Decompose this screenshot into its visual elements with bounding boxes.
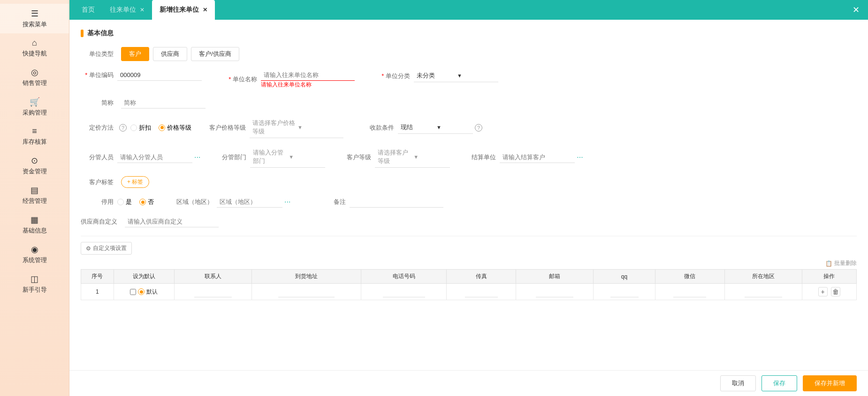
unit-type-btn-supplier[interactable]: 供应商: [153, 47, 187, 61]
col-default: 设为默认: [114, 270, 174, 284]
save-button[interactable]: 保存: [761, 375, 797, 391]
contact-input[interactable]: [194, 286, 232, 297]
add-tag-button[interactable]: + 标签: [121, 176, 149, 188]
pricing-level-radio[interactable]: 价格等级: [159, 124, 191, 132]
location-input[interactable]: [745, 286, 782, 297]
disabled-yes-radio[interactable]: 是: [117, 198, 132, 206]
sidebar-item-basic-info[interactable]: ▦ 基础信息: [0, 210, 69, 240]
sidebar-item-inventory[interactable]: ≡ 库存核算: [0, 122, 69, 151]
sidebar-item-label: 库存核算: [23, 138, 47, 146]
disabled-yes-label: 是: [126, 198, 132, 206]
sidebar-item-label: 新手引导: [23, 286, 47, 294]
sidebar-item-label: 基础信息: [23, 226, 47, 235]
unit-type-btn-both[interactable]: 客户/供应商: [191, 47, 239, 61]
qq-input[interactable]: [610, 286, 639, 297]
dept-select[interactable]: 请输入分管部门 ▼: [250, 147, 325, 168]
pricing-discount-radio[interactable]: 折扣: [130, 124, 151, 132]
settlement-input[interactable]: [500, 152, 575, 163]
sidebar-item-ops[interactable]: ▤ 经营管理: [0, 180, 69, 210]
guide-icon: ◫: [30, 274, 38, 284]
phone-input[interactable]: [383, 286, 425, 297]
cpl-select[interactable]: 请选择客户价格等级 ▼: [250, 117, 343, 138]
sidebar-item-finance[interactable]: ⊙ 资金管理: [0, 151, 69, 180]
settlement-more-btn[interactable]: ···: [577, 153, 583, 162]
unit-type-btn-customer[interactable]: 客户: [121, 47, 149, 61]
tab-new-partner-close[interactable]: ✕: [203, 7, 207, 13]
unit-name-input[interactable]: [261, 70, 355, 81]
cpl-arrow-icon: ▼: [297, 124, 341, 130]
sidebar-item-label: 经营管理: [23, 197, 47, 205]
cell-actions: + 🗑: [802, 284, 856, 300]
supplier-custom-input[interactable]: [125, 216, 219, 227]
tab-bar: 首页 往来单位 ✕ 新增往来单位 ✕ ✕: [69, 0, 868, 20]
email-input[interactable]: [536, 286, 573, 297]
tab-partner-close[interactable]: ✕: [140, 7, 145, 13]
cell-address[interactable]: [252, 284, 361, 300]
region-more-btn[interactable]: ···: [284, 198, 290, 206]
address-input[interactable]: [278, 286, 335, 297]
remark-input[interactable]: [350, 196, 443, 208]
disabled-no-circle: [139, 199, 146, 205]
default-radio[interactable]: 默认: [138, 288, 158, 296]
unit-code-label: 单位编码: [81, 71, 114, 79]
unit-type-label: 单位类型: [81, 50, 114, 58]
pt-select[interactable]: 现结 ▼: [398, 121, 473, 134]
window-close-button[interactable]: ✕: [849, 5, 863, 15]
region-input[interactable]: [217, 196, 282, 208]
sidebar-item-label: 快捷导航: [23, 49, 47, 58]
col-wechat: 微信: [655, 270, 724, 284]
purchase-icon: 🛒: [30, 97, 40, 107]
batch-delete-label[interactable]: 批量删除: [834, 259, 857, 267]
cl-select[interactable]: 请选择客户等级 ▼: [375, 147, 450, 168]
sidebar-item-guide[interactable]: ◫ 新手引导: [0, 269, 69, 299]
tab-new-partner[interactable]: 新增往来单位 ✕: [152, 0, 215, 20]
col-fax: 传真: [447, 270, 516, 284]
add-row-btn[interactable]: +: [818, 287, 828, 296]
short-name-row: 简称: [81, 97, 857, 109]
delete-row-btn[interactable]: 🗑: [831, 287, 840, 296]
manager-more-btn[interactable]: ···: [194, 153, 200, 162]
sidebar-item-sys-mgmt[interactable]: ◉ 系统管理: [0, 240, 69, 269]
unit-type-group: 客户 供应商 客户/供应商: [121, 47, 239, 61]
remark-label: 备注: [313, 198, 346, 206]
sidebar-item-quick-nav[interactable]: ⌂ 快捷导航: [0, 33, 69, 62]
cell-contact[interactable]: [175, 284, 252, 300]
cell-phone[interactable]: [361, 284, 447, 300]
tab-partner[interactable]: 往来单位 ✕: [102, 0, 152, 20]
short-name-input[interactable]: [121, 97, 206, 109]
pricing-discount-label: 折扣: [139, 124, 151, 132]
cell-email[interactable]: [516, 284, 594, 300]
manager-input[interactable]: [117, 152, 192, 163]
payment-info-icon[interactable]: ?: [475, 124, 482, 132]
pricing-info-icon[interactable]: ?: [119, 124, 127, 132]
sidebar-item-search-menu[interactable]: ☰ 搜索菜单: [0, 4, 69, 33]
cell-fax[interactable]: [447, 284, 516, 300]
section-header-basic-info: 基本信息: [81, 29, 857, 38]
code-name-row: 单位编码 单位名称 请输入往来单位名称 单位分类 未分类 ▼: [81, 70, 857, 89]
row-checkbox[interactable]: [130, 289, 136, 295]
cell-qq[interactable]: [594, 284, 655, 300]
region-label: 区域（地区）: [176, 198, 213, 206]
customer-price-level-group: 客户价格等级 请选择客户价格等级 ▼: [209, 117, 343, 138]
wechat-input[interactable]: [673, 286, 706, 297]
custom-settings-button[interactable]: ⚙ 自定义项设置: [81, 242, 132, 255]
cell-location[interactable]: [724, 284, 802, 300]
col-index: 序号: [81, 270, 114, 284]
disabled-no-radio[interactable]: 否: [139, 198, 154, 206]
supplier-custom-row: 供应商自定义: [81, 216, 857, 227]
tab-home[interactable]: 首页: [74, 0, 102, 20]
unit-name-label: 单位名称: [224, 75, 257, 84]
unit-code-input[interactable]: [117, 70, 202, 81]
disabled-label: 停用: [81, 198, 114, 206]
unit-category-select[interactable]: 未分类 ▼: [414, 70, 498, 82]
bottom-section: ⚙ 自定义项设置 📋 批量删除 序号 设为默认 联系人 到货地址 电话号码 传真: [81, 236, 857, 300]
sidebar-item-purchase[interactable]: 🛒 采购管理: [0, 92, 69, 122]
sidebar-item-sales[interactable]: ◎ 销售管理: [0, 62, 69, 92]
cell-wechat[interactable]: [655, 284, 724, 300]
fax-input[interactable]: [465, 286, 498, 297]
save-new-button[interactable]: 保存并新增: [803, 375, 857, 391]
cancel-button[interactable]: 取消: [720, 375, 756, 391]
unit-type-row: 单位类型 客户 供应商 客户/供应商: [81, 47, 857, 61]
pt-label: 收款条件: [361, 124, 394, 132]
search-menu-icon: ☰: [31, 8, 38, 19]
